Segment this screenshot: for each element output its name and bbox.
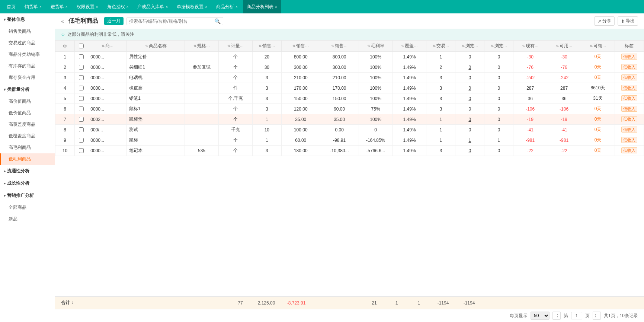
row-name[interactable]: 橡皮擦 bbox=[127, 83, 185, 93]
sidebar-item-low-coverage[interactable]: 低覆盖度商品 bbox=[0, 130, 55, 142]
col-gross-sort[interactable]: ⇅ bbox=[367, 44, 370, 48]
sidebar-item-low-margin[interactable]: 低毛利商品 bbox=[0, 153, 55, 165]
nav-item-goods-analysis[interactable]: 商品分析 × bbox=[212, 0, 241, 13]
row-check[interactable] bbox=[74, 62, 88, 73]
time-filter-button[interactable]: 近一月 bbox=[104, 17, 124, 25]
row-check[interactable] bbox=[74, 125, 88, 135]
next-page-button[interactable]: 〉 bbox=[593, 312, 601, 320]
row-view1[interactable]: 0 bbox=[455, 52, 484, 62]
sidebar-item-inventory[interactable]: 有库存的商品 bbox=[0, 60, 55, 72]
page-number-input[interactable] bbox=[571, 312, 582, 319]
page-size-select[interactable]: 50 100 200 bbox=[531, 312, 550, 320]
row-name[interactable]: 属性定价 bbox=[127, 52, 185, 62]
col-cover-sort[interactable]: ⇅ bbox=[401, 44, 404, 48]
share-button[interactable]: ↗ 分享 bbox=[594, 16, 615, 26]
prev-page-button[interactable]: 〈 bbox=[552, 312, 561, 320]
col-spec-sort[interactable]: ⇅ bbox=[193, 44, 196, 48]
table-container[interactable]: ⚙ ⇅商... ⇅商品名称 ⇅规格... ⇅计量... ⇅销售... bbox=[55, 40, 644, 296]
row-name[interactable]: 笔记本 bbox=[127, 146, 185, 156]
close-icon[interactable]: × bbox=[236, 5, 238, 9]
nav-item-template[interactable]: 单据模板设置 × bbox=[173, 0, 211, 13]
col-price1-sort[interactable]: ⇅ bbox=[292, 44, 295, 48]
row-view1[interactable]: 0 bbox=[455, 114, 484, 125]
col-view2-sort[interactable]: ⇅ bbox=[491, 44, 494, 48]
row-name[interactable]: 铅笔1 bbox=[127, 93, 185, 104]
close-icon[interactable]: × bbox=[39, 5, 42, 9]
close-icon[interactable]: × bbox=[126, 5, 129, 9]
nav-item-goods-list[interactable]: 商品分析列表 × bbox=[243, 0, 281, 13]
col-view1-sort[interactable]: ⇅ bbox=[462, 44, 465, 48]
row-name[interactable]: 测试 bbox=[127, 125, 185, 135]
table-row: 6 0000... 鼠标1 个 3 120.00 90.00 75% 1.49%… bbox=[55, 104, 644, 114]
row-view1[interactable]: 0 bbox=[455, 125, 484, 135]
search-input[interactable] bbox=[129, 19, 214, 24]
row-check[interactable] bbox=[74, 73, 88, 83]
col-cur-sort[interactable]: ⇅ bbox=[522, 44, 525, 48]
sidebar-group-overview[interactable]: ▾ 整体信息 bbox=[0, 13, 55, 26]
row-num: 9 bbox=[55, 135, 75, 146]
sidebar-item-low-value[interactable]: 低价值商品 bbox=[0, 107, 55, 119]
col-code-sort[interactable]: ⇅ bbox=[102, 44, 105, 48]
nav-item-role[interactable]: 角色授权 × bbox=[103, 0, 132, 13]
export-button[interactable]: ⬆ 导出 bbox=[618, 16, 638, 26]
sidebar-item-high-coverage[interactable]: 高覆盖度商品 bbox=[0, 119, 55, 130]
col-trade-sort[interactable]: ⇅ bbox=[433, 44, 436, 48]
col-qty-sort[interactable]: ⇅ bbox=[259, 44, 262, 48]
sidebar-item-new-goods[interactable]: 新品 bbox=[0, 213, 55, 225]
row-check[interactable] bbox=[74, 104, 88, 114]
row-view1[interactable]: 0 bbox=[455, 83, 484, 93]
collapse-sidebar-btn[interactable]: « bbox=[61, 18, 64, 24]
row-name[interactable]: 鼠标1 bbox=[127, 104, 185, 114]
sidebar-item-high-value[interactable]: 高价值商品 bbox=[0, 96, 55, 107]
nav-item-home[interactable]: 首页 bbox=[3, 0, 19, 13]
col-avail-sort[interactable]: ⇅ bbox=[556, 44, 559, 48]
row-check[interactable] bbox=[74, 93, 88, 104]
row-sales-price: 170.00 bbox=[281, 83, 320, 93]
settings-icon[interactable]: ⚙ bbox=[63, 44, 67, 49]
row-check[interactable] bbox=[74, 114, 88, 125]
row-check[interactable] bbox=[74, 52, 88, 62]
row-name[interactable]: 鼠标 bbox=[127, 135, 185, 146]
row-check[interactable] bbox=[74, 146, 88, 156]
sidebar-item-high-margin[interactable]: 高毛利商品 bbox=[0, 142, 55, 153]
sidebar-item-capital[interactable]: 库存资金占用 bbox=[0, 72, 55, 83]
select-all-checkbox[interactable] bbox=[79, 44, 84, 48]
sidebar-group-circulation[interactable]: ▸ 流通性分析 bbox=[0, 165, 55, 177]
sidebar-group-cluster[interactable]: ▾ 类群量分析 bbox=[0, 83, 55, 96]
close-icon[interactable]: × bbox=[96, 5, 98, 9]
col-price2-sort[interactable]: ⇅ bbox=[331, 44, 334, 48]
close-icon[interactable]: × bbox=[275, 5, 277, 9]
nav-item-product-in[interactable]: 产成品入库单 × bbox=[134, 0, 172, 13]
row-view1[interactable]: 0 bbox=[455, 104, 484, 114]
sidebar-item-category-rate[interactable]: 商品分类助销率 bbox=[0, 49, 55, 60]
close-icon[interactable]: × bbox=[166, 5, 168, 9]
sidebar-item-all-goods[interactable]: 全部商品 bbox=[0, 202, 55, 213]
row-name[interactable]: 电话机 bbox=[127, 73, 185, 83]
row-tag: 低收入 bbox=[615, 114, 644, 125]
row-view2: 0 bbox=[484, 93, 513, 104]
row-view1[interactable]: 0 bbox=[455, 146, 484, 156]
col-unit-sort[interactable]: ⇅ bbox=[227, 44, 230, 48]
sidebar-group-growth[interactable]: ▸ 成长性分析 bbox=[0, 177, 55, 189]
close-icon[interactable]: × bbox=[205, 5, 207, 9]
row-name[interactable]: 鼠标垫 bbox=[127, 114, 185, 125]
nav-item-purchase[interactable]: 进货单 × bbox=[47, 0, 71, 13]
nav-item-sales[interactable]: 销货单 × bbox=[21, 0, 45, 13]
row-view1[interactable]: 1 bbox=[455, 135, 484, 146]
row-spec bbox=[185, 114, 219, 125]
row-name[interactable]: 吴细细1 bbox=[127, 62, 185, 73]
sidebar-item-sales-goods[interactable]: 销售类商品 bbox=[0, 26, 55, 37]
search-icon[interactable]: 🔍 bbox=[214, 18, 221, 24]
col-sale-sort[interactable]: ⇅ bbox=[590, 44, 593, 48]
nav-item-permission[interactable]: 权限设置 × bbox=[73, 0, 102, 13]
row-view1[interactable]: 0 bbox=[455, 93, 484, 104]
row-check[interactable] bbox=[74, 135, 88, 146]
row-view1[interactable]: 0 bbox=[455, 62, 484, 73]
col-name-sort[interactable]: ⇅ bbox=[145, 44, 148, 48]
row-check[interactable] bbox=[74, 83, 88, 93]
close-icon[interactable]: × bbox=[65, 5, 68, 9]
row-view1[interactable]: 0 bbox=[455, 73, 484, 83]
sidebar-group-marketing[interactable]: ▾ 营销推广分析 bbox=[0, 189, 55, 202]
chevron-down-icon: ▾ bbox=[4, 87, 6, 92]
sidebar-item-traded[interactable]: 交易过的商品 bbox=[0, 37, 55, 49]
